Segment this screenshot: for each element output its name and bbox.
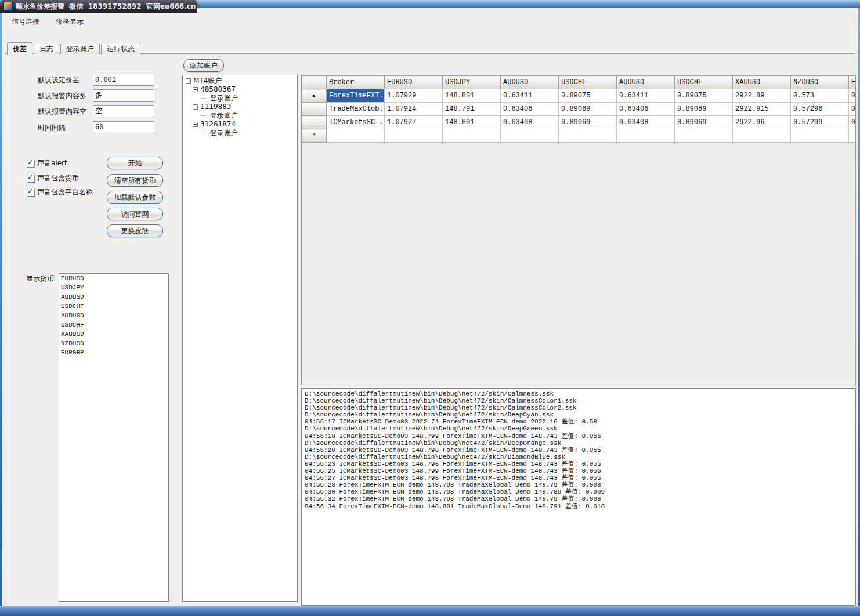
grid-cell[interactable]: 0.89075 [559, 89, 617, 103]
grid-header[interactable]: Broker [327, 76, 385, 89]
add-account-button[interactable]: 添加账户 [183, 59, 224, 72]
time-interval-input[interactable] [93, 121, 154, 133]
tab-log[interactable]: 日志 [34, 44, 59, 54]
grid-cell-broker[interactable]: ForexTimeFXT... [327, 89, 385, 103]
checkbox-sound-currency[interactable]: 声音包含货币 [27, 173, 79, 183]
grid-cell[interactable]: 0.57299 [791, 116, 849, 129]
grid-cell[interactable] [501, 129, 559, 143]
clear-all-currency-button[interactable]: 清空所有货币 [107, 174, 163, 187]
collapse-icon[interactable] [193, 87, 198, 92]
grid-cell[interactable]: 0.573 [791, 89, 849, 103]
tree-node-account[interactable]: 48580367 [183, 85, 297, 94]
alert-content-short-input[interactable] [93, 105, 154, 117]
title-bar[interactable]: 顺水鱼价差报警 微信 18391752892 官网ea666.cn [0, 0, 860, 13]
tree-node-login[interactable]: 登录账户 [183, 111, 297, 120]
row-selector[interactable]: ▶ [302, 89, 327, 103]
grid-cell[interactable]: 0.8 [849, 89, 857, 103]
grid-cell[interactable]: 1.07929 [385, 89, 443, 103]
grid-header[interactable]: NZDUSD [791, 76, 849, 89]
grid-cell[interactable]: 2922.89 [733, 89, 791, 103]
grid-cell[interactable]: 0.89069 [559, 103, 617, 116]
row-selector[interactable] [302, 103, 327, 116]
collapse-icon[interactable] [193, 122, 198, 127]
list-item[interactable]: EURGBP [59, 348, 168, 357]
start-button[interactable]: 开始 [107, 157, 163, 169]
grid-cell[interactable]: 0.63406 [501, 103, 559, 116]
row-selector[interactable] [302, 116, 327, 129]
grid-header[interactable]: AUDUSD [501, 76, 559, 89]
grid-header[interactable]: USDCHF [559, 76, 617, 89]
collapse-icon[interactable] [193, 104, 198, 110]
tab-price-diff[interactable]: 价差 [7, 42, 32, 55]
grid-cell[interactable]: 0.63411 [501, 89, 559, 103]
checkbox-icon[interactable] [27, 160, 35, 168]
tab-run-status[interactable]: 运行状态 [101, 44, 140, 54]
currency-listbox[interactable]: EURUSD USDJPY AUDUSD USDCHF AUDUSD USDCH… [59, 273, 169, 602]
menu-item-price-display[interactable]: 价格显示 [53, 16, 86, 28]
grid-cell[interactable]: 148.791 [443, 103, 501, 116]
grid-cell[interactable] [733, 129, 791, 143]
list-item[interactable]: EURUSD [59, 274, 168, 283]
list-item[interactable]: USDCHF [59, 302, 168, 311]
checkbox-icon[interactable] [27, 175, 35, 183]
grid-cell[interactable] [617, 129, 675, 143]
grid-cell[interactable]: 0.63408 [617, 116, 675, 129]
grid-header[interactable]: XAUUSD [733, 76, 791, 89]
grid-cell[interactable] [559, 129, 617, 143]
list-item[interactable]: XAUUSD [59, 329, 168, 339]
grid-cell[interactable]: 148.801 [443, 116, 501, 129]
grid-header[interactable]: EUR [849, 76, 857, 89]
tree-node-mt4-root[interactable]: MT4账户 [183, 77, 297, 85]
grid-header[interactable]: EURUSD [385, 76, 443, 89]
grid-cell[interactable] [385, 129, 443, 143]
grid-cell[interactable]: 2922.96 [733, 116, 791, 129]
checkbox-sound-platform[interactable]: 声音包含平台名称 [27, 187, 93, 197]
log-textbox[interactable]: D:\sourcecode\diffalertmutinew\bin\Debug… [301, 388, 856, 606]
grid-cell[interactable]: 1.07924 [385, 103, 443, 116]
grid-cell[interactable]: 0.89075 [675, 89, 733, 103]
grid-cell[interactable]: 0.63411 [617, 89, 675, 103]
change-skin-button[interactable]: 更换皮肤 [107, 224, 163, 237]
grid-corner-header[interactable] [302, 76, 327, 89]
grid-cell[interactable]: 2922.915 [733, 103, 791, 116]
tree-node-account[interactable]: 31261874 [183, 120, 297, 129]
grid-header[interactable]: USDCHF [675, 76, 733, 89]
new-row-selector[interactable]: * [302, 129, 327, 143]
grid-cell[interactable] [791, 129, 849, 143]
title-bar-left[interactable]: 顺水鱼价差报警 微信 18391752892 官网ea666.cn [0, 0, 197, 13]
account-tree[interactable]: MT4账户 48580367 登录账户 1119883 登录账户 [182, 75, 298, 602]
tree-node-login[interactable]: 登录账户 [183, 94, 297, 103]
grid-cell[interactable]: 0.89069 [559, 116, 617, 129]
list-item[interactable]: USDJPY [59, 283, 168, 292]
quotes-grid[interactable]: Broker EURUSD USDJPY AUDUSD USDCHF AUDUS… [301, 75, 856, 385]
grid-cell[interactable] [675, 129, 733, 143]
list-item[interactable]: AUDUSD [59, 311, 168, 320]
tree-node-account[interactable]: 1119883 [183, 103, 297, 111]
grid-cell-broker[interactable]: ICMarketsSC-... [327, 116, 385, 129]
checkbox-icon[interactable] [27, 189, 35, 197]
grid-cell[interactable]: 0.63406 [617, 103, 675, 116]
grid-cell[interactable] [849, 129, 857, 143]
list-item[interactable]: AUDUSD [59, 292, 168, 302]
grid-cell[interactable]: 0.8 [849, 116, 857, 129]
grid-cell[interactable]: 0.89069 [675, 116, 733, 129]
default-spread-input[interactable] [93, 74, 154, 86]
grid-cell[interactable]: 0.63408 [501, 116, 559, 129]
grid-cell[interactable]: 0.89069 [675, 103, 733, 116]
menu-item-signal-connect[interactable]: 信号连接 [9, 16, 42, 28]
grid-cell[interactable]: 0.8 [849, 103, 857, 116]
grid-cell[interactable]: 148.801 [443, 89, 501, 103]
collapse-icon[interactable] [186, 78, 191, 84]
visit-website-button[interactable]: 访问官网 [107, 208, 163, 220]
alert-content-long-input[interactable] [93, 89, 154, 102]
grid-header[interactable]: USDJPY [443, 76, 501, 89]
list-item[interactable]: NZDUSD [59, 339, 168, 348]
grid-cell[interactable]: 0.57296 [791, 103, 849, 116]
load-default-params-button[interactable]: 加载默认参数 [107, 191, 163, 204]
grid-cell-broker[interactable]: TradeMaxGlob... [327, 103, 385, 116]
grid-cell[interactable] [327, 129, 385, 143]
grid-cell[interactable]: 1.07927 [385, 116, 443, 129]
tab-login-account[interactable]: 登录账户 [60, 44, 100, 54]
tree-node-login[interactable]: 登录账户 [183, 129, 297, 137]
list-item[interactable]: USDCHF [59, 320, 168, 329]
